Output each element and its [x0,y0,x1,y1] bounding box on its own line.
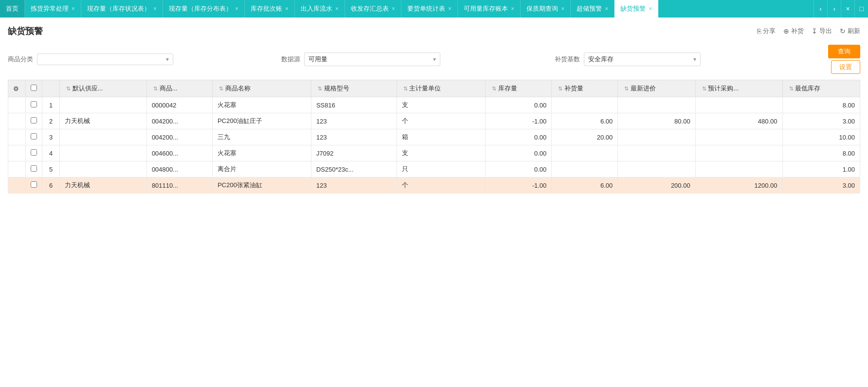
row-latest-price [618,161,695,177]
row-spec: DS250*23c... [311,161,397,177]
settings-button[interactable]: 设置 [831,60,860,74]
row-est-purchase [695,97,782,113]
table-row: 2 力天机械 004200... PC200油缸庄子 123 个 -1.00 6… [8,113,860,129]
tab-order-stats[interactable]: 要货单统计表 × [401,0,458,18]
column-stock[interactable]: ⇅ 库存量 [486,80,552,97]
row-supplier: 力天机械 [60,113,147,129]
row-sku: 004800... [146,161,212,177]
row-checkbox[interactable] [31,117,37,123]
tab-inventory-status[interactable]: 现存量（库存状况表） × [81,0,163,18]
replenish-base-value: 安全库存 [588,55,614,64]
header-actions: ⎘ 分享 ⊕ 补货 ↧ 导出 ↻ 刷新 [757,27,860,35]
datasource-select[interactable]: 可用量 ▾ [304,53,440,66]
column-spec[interactable]: ⇅ 规格型号 [311,80,397,97]
tab-process[interactable]: 拣货异常处理 × [25,0,81,18]
tab-batch-ledger[interactable]: 库存批次账 × [245,0,295,18]
row-checkbox-cell[interactable] [26,161,42,177]
row-sku: 0000042 [146,97,212,113]
column-sku[interactable]: ⇅ 商品... [146,80,212,97]
column-latest-price[interactable]: ⇅ 最新进价 [618,80,695,97]
row-checkbox-cell[interactable] [26,129,42,145]
datasource-label: 数据源 [281,55,300,64]
tab-close-inventory-status[interactable]: × [153,5,157,12]
tab-close-receive-summary[interactable]: × [392,5,395,12]
column-name[interactable]: ⇅ 商品名称 [213,80,311,97]
row-supplier [60,97,147,113]
row-checkbox-cell[interactable] [26,113,42,129]
row-gear-cell [8,177,26,194]
tab-receive-summary[interactable]: 收发存汇总表 × [345,0,401,18]
row-spec: J7092 [311,145,397,161]
row-checkbox-cell[interactable] [26,97,42,113]
page-header: 缺货预警 ⎘ 分享 ⊕ 补货 ↧ 导出 ↻ 刷新 [8,25,860,37]
row-spec: 123 [311,113,397,129]
row-checkbox-cell[interactable] [26,177,42,194]
row-gear-cell [8,161,26,177]
row-checkbox[interactable] [31,149,37,156]
export-button[interactable]: ↧ 导出 [812,27,832,35]
row-stock: -1.00 [486,113,552,129]
column-unit[interactable]: ⇅ 主计量单位 [397,80,486,97]
column-replenish[interactable]: ⇅ 补货量 [552,80,618,97]
tab-nav-next[interactable]: › [827,0,841,18]
sort-icon-sku: ⇅ [153,86,158,91]
tab-shortage[interactable]: 缺货预警 × [615,0,658,18]
tab-close-process[interactable]: × [72,5,75,12]
tab-home[interactable]: 首页 [0,0,25,18]
tab-close-inventory-dist[interactable]: × [235,5,238,12]
sort-icon-name: ⇅ [219,86,223,91]
datasource-value: 可用量 [308,55,327,64]
tab-nav-max[interactable]: □ [854,0,868,18]
sort-icon-replenish: ⇅ [558,86,562,91]
row-est-purchase [695,145,782,161]
replenish-button[interactable]: ⊕ 补货 [783,27,804,35]
row-unit: 个 [397,177,486,194]
select-all-checkbox[interactable] [31,85,37,91]
row-min-stock: 8.00 [782,97,860,113]
row-stock: -1.00 [486,177,552,194]
row-min-stock: 3.00 [782,113,860,129]
filter-datasource-section: 数据源 可用量 ▾ [281,53,555,66]
tab-expiry-query[interactable]: 保质期查询 × [521,0,571,18]
sort-icon-min-stock: ⇅ [789,86,794,91]
tab-close-batch-ledger[interactable]: × [285,5,289,12]
column-gear[interactable]: ⚙ [8,80,26,97]
row-latest-price [618,145,695,161]
refresh-button[interactable]: ↻ 刷新 [840,27,860,35]
tab-close-available-ledger[interactable]: × [511,5,514,12]
tab-inventory-dist[interactable]: 现存量（库存分布表） × [163,0,245,18]
row-checkbox-cell[interactable] [26,145,42,161]
row-checkbox[interactable] [31,181,37,188]
row-checkbox[interactable] [31,101,37,107]
tab-close-inout-flow[interactable]: × [335,5,339,12]
row-supplier: 力天机械 [60,177,147,194]
row-num: 5 [42,161,60,177]
replenish-base-select[interactable]: 安全库存 ▾ [584,53,701,66]
tab-close-overstock[interactable]: × [605,5,608,12]
category-select[interactable]: ▾ [37,53,173,65]
row-est-purchase: 480.00 [695,113,782,129]
tab-nav-close[interactable]: × [841,0,854,18]
row-stock: 0.00 [486,97,552,113]
column-supplier[interactable]: ⇅ 默认供应... [60,80,147,97]
row-est-purchase: 1200.00 [695,177,782,194]
tab-inout-flow[interactable]: 出入库流水 × [295,0,345,18]
tab-overstock[interactable]: 超储预警 × [571,0,615,18]
sort-icon-latest-price: ⇅ [624,86,629,91]
column-min-stock[interactable]: ⇅ 最低库存 [782,80,860,97]
tab-nav-prev[interactable]: ‹ [814,0,827,18]
row-num: 4 [42,145,60,161]
row-latest-price: 80.00 [618,113,695,129]
query-button[interactable]: 查询 [828,45,860,58]
tab-available-ledger[interactable]: 可用量库存账本 × [458,0,521,18]
row-num: 1 [42,97,60,113]
column-checkbox[interactable] [26,80,42,97]
column-est-purchase[interactable]: ⇅ 预计采购... [695,80,782,97]
tab-close-shortage[interactable]: × [649,5,652,12]
row-name: 火花塞 [213,145,311,161]
row-checkbox[interactable] [31,133,37,140]
tab-close-expiry-query[interactable]: × [561,5,564,12]
tab-close-order-stats[interactable]: × [448,5,452,12]
row-checkbox[interactable] [31,165,37,172]
share-button[interactable]: ⎘ 分享 [757,27,776,35]
